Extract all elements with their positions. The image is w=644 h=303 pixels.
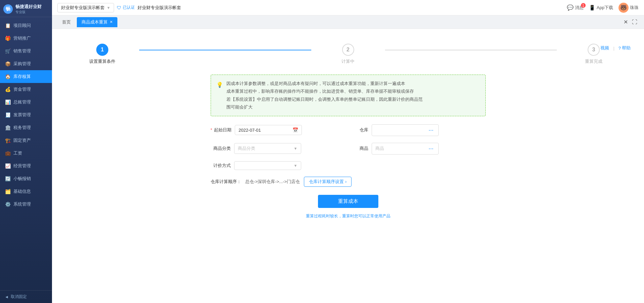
tab-home[interactable]: 首页	[57, 17, 75, 27]
category-select[interactable]: 商品分类 ▼	[234, 143, 301, 154]
notice-box: 💡 因成本计算参数调整，或是对商品成本有疑问时，可以通过成本重算功能，重新计算一…	[211, 75, 486, 116]
chevron-down-icon: ▼	[294, 146, 298, 150]
sidebar-item-system[interactable]: ⚙️ 系统管理	[0, 198, 52, 211]
form-group-category: 商品分类 商品分类 ▼	[211, 143, 341, 154]
app-download-label: App下载	[597, 5, 613, 11]
sidebar-item-invoice[interactable]: 🧾 发票管理	[0, 109, 52, 121]
recalc-hint: 重算过程耗时较长，重算时您可以正常使用产品	[211, 213, 486, 219]
sidebar-item-accounting[interactable]: 📊 总账管理	[0, 96, 52, 109]
sidebar-item-inventory[interactable]: 🏠 库存核算	[0, 70, 52, 83]
unpin-label: 取消固定	[11, 294, 27, 300]
category-label: 商品分类	[211, 145, 231, 152]
form-group-warehouse: 仓库 ···	[355, 124, 486, 136]
mobile-icon: 📱	[589, 5, 595, 11]
sidebar-item-label: 库存核算	[13, 74, 31, 80]
account-selector-text: 好业财专业版演示帐套	[61, 5, 105, 11]
warehouse-order-setting-button[interactable]: 仓库计算顺序设置 ›	[304, 177, 352, 187]
warehouse-order-value: 总仓->深圳仓库->...->门店仓	[245, 179, 300, 185]
system-icon: ⚙️	[5, 202, 11, 207]
sidebar-item-assets[interactable]: 🏗️ 固定资产	[0, 134, 52, 147]
product-dots-button[interactable]: ···	[427, 145, 435, 152]
step-2-circle: 2	[342, 44, 354, 56]
form-section: * 起始日期 2022-07-01 📅 仓库 ···	[211, 124, 486, 219]
sidebar-item-payroll[interactable]: 💼 工资	[0, 147, 52, 160]
sidebar-footer[interactable]: ◄ 取消固定	[0, 290, 52, 303]
marketing-icon: 🎁	[5, 36, 11, 41]
inventory-icon: 🏠	[5, 74, 11, 79]
steps-wizard: 1 设置重算条件 2 计算中 3 重算完成	[65, 37, 631, 75]
chevron-right-icon: ›	[345, 179, 346, 184]
close-window-button[interactable]: ✕	[622, 17, 629, 27]
product-label: 商品	[355, 145, 368, 152]
tab-recalc-label: 商品成本重算	[82, 19, 108, 25]
sidebar-nav: 📋 项目顾问 🎁 营销推广 🛒 销售管理 📦 采购管理 🏠 库存核算 💰 资金管…	[0, 17, 52, 290]
expand-window-button[interactable]: ⛶	[631, 18, 639, 27]
sidebar-item-tax[interactable]: 🏛️ 税务管理	[0, 121, 52, 134]
sidebar-logo: 畅 畅捷通好业财 专业版	[0, 0, 52, 17]
warehouse-dots-button[interactable]: ···	[427, 127, 435, 134]
verified-badge: 🛡 已认证	[117, 5, 135, 10]
shield-icon: 🛡	[117, 5, 121, 10]
recalc-button[interactable]: 重算成本	[318, 195, 378, 208]
user-menu[interactable]: 🐻 珠珠	[619, 3, 639, 13]
help-link[interactable]: ? 帮助	[619, 45, 631, 51]
warehouse-label: 仓库	[355, 127, 368, 133]
notice-line-2: 成本重算过程中，影响库存账的操作均不能操作，比如进货单、销货单、库存单据不能审核…	[226, 87, 423, 95]
step-1: 1 设置重算条件	[65, 44, 139, 64]
tab-recalc[interactable]: 商品成本重算 ✕	[77, 17, 117, 27]
sidebar-item-label: 税务管理	[13, 125, 31, 131]
close-tab-icon[interactable]: ✕	[110, 20, 113, 24]
start-date-label: * 起始日期	[211, 127, 232, 133]
logo-icon: 畅	[3, 4, 13, 14]
chevron-down-icon: ▼	[294, 164, 298, 168]
accounting-icon: 📊	[5, 99, 11, 105]
purchase-icon: 📦	[5, 61, 11, 67]
notice-line-4: 围可能会扩大	[226, 103, 423, 111]
sidebar-item-label: 项目顾问	[13, 23, 31, 29]
account-selector[interactable]: 好业财专业版演示帐套 ▼	[57, 3, 114, 12]
app-download-button[interactable]: 📱 App下载	[589, 5, 613, 11]
chevron-down-icon: ▼	[107, 6, 110, 10]
topbar-left: 好业财专业版演示帐套 ▼ 🛡 已认证 好业财专业版演示帐套	[57, 3, 181, 12]
step-2: 2 计算中	[311, 44, 385, 64]
sidebar-item-sales[interactable]: 🛒 销售管理	[0, 45, 52, 57]
product-input[interactable]: 商品 ···	[372, 143, 439, 155]
start-date-input[interactable]: 2022-07-01 📅	[235, 125, 302, 135]
warehouse-order-row: 仓库计算顺序： 总仓->深圳仓库->...->门店仓 仓库计算顺序设置 ›	[211, 177, 486, 187]
notice-line-3: 若【系统设置】中启用了自动调整记账日期时，会调整入库单的整单记账日期，因此重新计…	[226, 95, 423, 103]
expense-icon: 🔄	[5, 176, 11, 181]
form-group-pricing: 计价方式 ▼	[211, 161, 486, 170]
payroll-icon: 💼	[5, 150, 11, 156]
sidebar-item-project[interactable]: 📋 项目顾问	[0, 19, 52, 32]
sidebar-item-operations[interactable]: 📈 经营管理	[0, 160, 52, 172]
notice-line-1: 因成本计算参数调整，或是对商品成本有疑问时，可以通过成本重算功能，重新计算一遍成…	[226, 80, 423, 87]
warehouse-setting-label: 仓库计算顺序设置	[309, 179, 344, 185]
sidebar-item-label: 基础信息	[13, 188, 31, 194]
sidebar-item-label: 工资	[13, 150, 22, 156]
tax-icon: 🏛️	[5, 125, 11, 130]
content-area: 1 设置重算条件 2 计算中 3 重算完成	[52, 29, 644, 303]
sidebar-item-marketing[interactable]: 🎁 营销推广	[0, 32, 52, 45]
warehouse-input[interactable]: ···	[372, 124, 439, 136]
avatar: 🐻	[619, 3, 629, 13]
message-count-badge: 1	[581, 3, 586, 8]
topbar: 好业财专业版演示帐套 ▼ 🛡 已认证 好业财专业版演示帐套 💬 消息 1 📱 A…	[52, 0, 644, 15]
message-icon: 💬	[567, 4, 574, 11]
category-placeholder: 商品分类	[238, 145, 255, 152]
sidebar-item-basic[interactable]: 🗂️ 基础信息	[0, 185, 52, 198]
step-line-2	[385, 50, 557, 50]
step-1-circle: 1	[96, 44, 108, 56]
calendar-icon[interactable]: 📅	[292, 127, 298, 133]
sidebar-item-purchase[interactable]: 📦 采购管理	[0, 57, 52, 70]
sidebar-item-label: 小畅报销	[13, 176, 31, 182]
start-date-value: 2022-07-01	[238, 128, 261, 133]
sidebar-item-expense[interactable]: 🔄 小畅报销	[0, 172, 52, 185]
pricing-select[interactable]: ▼	[234, 161, 301, 170]
sidebar-item-finance[interactable]: 💰 资金管理	[0, 83, 52, 96]
sidebar: 畅 畅捷通好业财 专业版 📋 项目顾问 🎁 营销推广 🛒 销售管理 📦 采购管理…	[0, 0, 52, 303]
sidebar-item-label: 资金管理	[13, 86, 31, 92]
message-button[interactable]: 💬 消息 1	[567, 4, 584, 11]
notice-icon: 💡	[216, 80, 223, 111]
basic-icon: 🗂️	[5, 189, 11, 194]
project-icon: 📋	[5, 23, 11, 28]
